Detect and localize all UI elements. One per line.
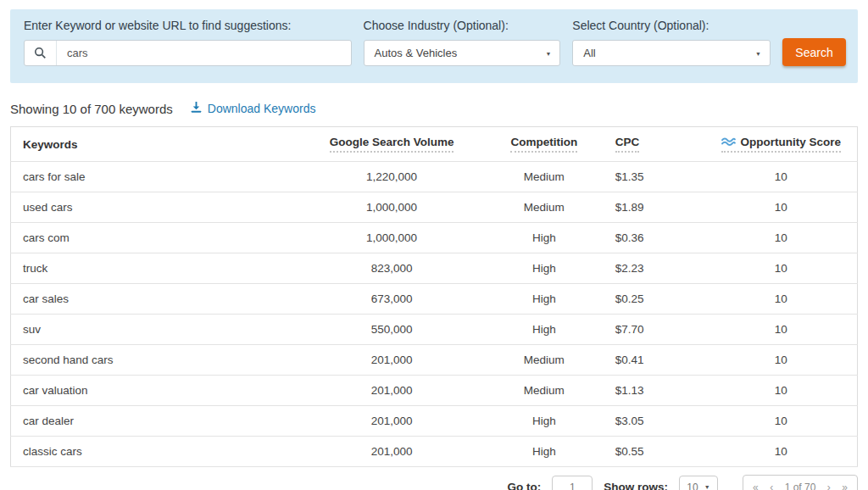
chevron-down-icon: ▼: [545, 50, 551, 56]
cell-competition: High: [485, 406, 604, 437]
cell-keyword: truck: [11, 253, 299, 284]
goto-page-input[interactable]: [552, 476, 593, 490]
cell-volume: 550,000: [298, 315, 485, 345]
cell-score: 10: [705, 223, 858, 253]
country-select[interactable]: All ▼: [572, 40, 771, 66]
cell-keyword: car dealer: [11, 406, 299, 437]
keyword-field-group: Enter Keyword or website URL to find sug…: [24, 19, 352, 66]
cell-competition: High: [485, 284, 604, 315]
keyword-input[interactable]: [57, 41, 351, 65]
cell-cpc: $2.23: [604, 253, 705, 284]
prev-page-button[interactable]: ‹: [770, 482, 773, 490]
column-header-cpc[interactable]: CPC: [615, 136, 640, 153]
first-page-button[interactable]: «: [753, 482, 759, 490]
cell-volume: 1,220,000: [298, 162, 485, 192]
cell-keyword: used cars: [11, 192, 299, 223]
cell-competition: Medium: [485, 376, 604, 406]
table-body: cars for sale 1,220,000 Medium $1.35 10 …: [11, 162, 858, 467]
cell-keyword: car sales: [11, 284, 299, 315]
cell-volume: 673,000: [298, 284, 485, 315]
page-status: 1 of 70: [785, 482, 816, 490]
cell-cpc: $3.05: [604, 406, 705, 437]
download-link-label: Download Keywords: [208, 102, 316, 115]
table-row[interactable]: second hand cars 201,000 Medium $0.41 10: [11, 345, 858, 376]
table-row[interactable]: truck 823,000 High $2.23 10: [11, 253, 858, 284]
cell-score: 10: [705, 376, 858, 406]
cell-cpc: $7.70: [604, 315, 705, 345]
cell-volume: 1,000,000: [298, 223, 485, 253]
cell-keyword: suv: [11, 315, 299, 345]
search-button[interactable]: Search: [782, 38, 846, 66]
industry-selected-value: Autos & Vehicles: [375, 47, 458, 59]
table-row[interactable]: car dealer 201,000 High $3.05 10: [11, 406, 858, 437]
cell-cpc: $0.36: [604, 223, 705, 253]
pagination: « ‹ 1 of 70 › »: [743, 475, 858, 490]
chevron-down-icon: ▼: [755, 50, 761, 56]
search-icon: [25, 41, 57, 65]
column-header-keywords: Keywords: [23, 138, 78, 151]
industry-label: Choose Industry (Optional):: [364, 19, 561, 32]
cell-volume: 823,000: [298, 253, 485, 284]
goto-label: Go to:: [507, 481, 541, 490]
cell-volume: 201,000: [298, 345, 485, 376]
table-row[interactable]: car valuation 201,000 Medium $1.13 10: [11, 376, 858, 406]
cell-cpc: $0.25: [604, 284, 705, 315]
wave-icon: [721, 136, 736, 148]
download-keywords-link[interactable]: Download Keywords: [190, 101, 316, 116]
show-rows-value: 10: [687, 482, 698, 490]
show-rows-label: Show rows:: [604, 481, 668, 490]
showing-count-text: Showing 10 of 700 keywords: [10, 102, 173, 116]
chevron-down-icon: ▼: [704, 484, 710, 490]
cell-score: 10: [705, 253, 858, 284]
table-row[interactable]: suv 550,000 High $7.70 10: [11, 315, 858, 345]
cell-competition: High: [485, 437, 604, 467]
cell-competition: High: [485, 315, 604, 345]
cell-competition: Medium: [485, 345, 604, 376]
cell-competition: Medium: [485, 192, 604, 223]
cell-score: 10: [705, 345, 858, 376]
cell-keyword: car valuation: [11, 376, 299, 406]
cell-score: 10: [705, 437, 858, 467]
cell-score: 10: [705, 315, 858, 345]
column-header-competition[interactable]: Competition: [510, 136, 577, 153]
download-icon: [190, 101, 203, 116]
keywords-table: Keywords Google Search Volume Competitio…: [10, 126, 858, 467]
table-row[interactable]: cars com 1,000,000 High $0.36 10: [11, 223, 858, 253]
column-header-opportunity-score[interactable]: Opportunity Score: [721, 136, 842, 153]
industry-field-group: Choose Industry (Optional): Autos & Vehi…: [364, 19, 561, 66]
next-page-button[interactable]: ›: [827, 482, 831, 490]
table-row[interactable]: classic cars 201,000 High $0.55 10: [11, 437, 858, 467]
cell-competition: High: [485, 223, 604, 253]
cell-score: 10: [705, 192, 858, 223]
cell-competition: High: [485, 253, 604, 284]
table-row[interactable]: car sales 673,000 High $0.25 10: [11, 284, 858, 315]
cell-competition: Medium: [485, 162, 604, 192]
cell-volume: 201,000: [298, 376, 485, 406]
table-footer: Go to: Show rows: 10 ▼ « ‹ 1 of 70 › »: [10, 475, 858, 490]
search-toolbar: Enter Keyword or website URL to find sug…: [10, 9, 858, 83]
cell-cpc: $0.55: [604, 437, 705, 467]
cell-volume: 1,000,000: [298, 192, 485, 223]
table-row[interactable]: used cars 1,000,000 Medium $1.89 10: [11, 192, 858, 223]
cell-cpc: $1.35: [604, 162, 705, 192]
cell-score: 10: [705, 284, 858, 315]
table-header-row: Keywords Google Search Volume Competitio…: [11, 127, 858, 162]
industry-select[interactable]: Autos & Vehicles ▼: [364, 40, 561, 66]
table-row[interactable]: cars for sale 1,220,000 Medium $1.35 10: [11, 162, 858, 192]
cell-score: 10: [705, 406, 858, 437]
keyword-input-wrap: [24, 40, 352, 66]
cell-keyword: cars for sale: [11, 162, 299, 192]
cell-keyword: second hand cars: [11, 345, 299, 376]
cell-score: 10: [705, 162, 858, 192]
last-page-button[interactable]: »: [842, 482, 848, 490]
cell-cpc: $1.13: [604, 376, 705, 406]
country-label: Select Country (Optional):: [572, 19, 771, 32]
column-header-search-volume[interactable]: Google Search Volume: [330, 136, 454, 153]
cell-volume: 201,000: [298, 437, 485, 467]
cell-cpc: $1.89: [604, 192, 705, 223]
results-header: Showing 10 of 700 keywords Download Keyw…: [10, 101, 858, 116]
country-field-group: Select Country (Optional): All ▼: [572, 19, 771, 66]
keyword-label: Enter Keyword or website URL to find sug…: [24, 19, 352, 32]
show-rows-select[interactable]: 10 ▼: [679, 476, 718, 490]
cell-volume: 201,000: [298, 406, 485, 437]
